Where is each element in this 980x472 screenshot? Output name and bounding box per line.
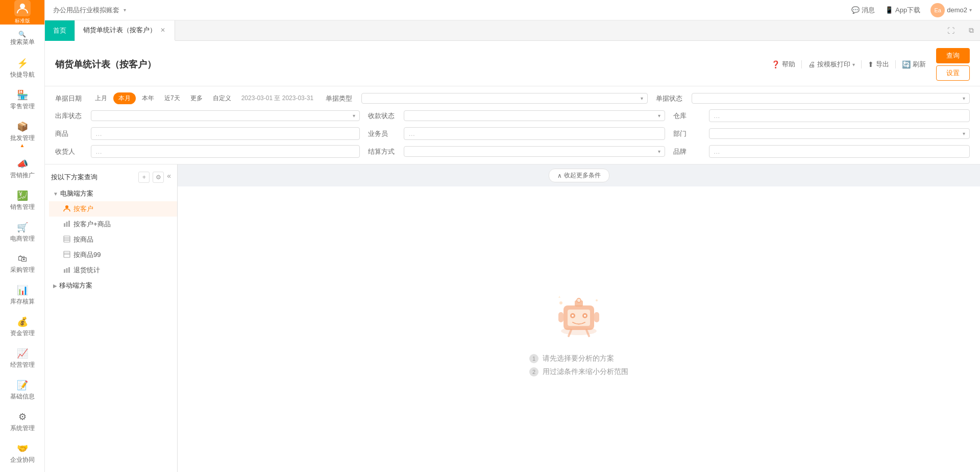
- refresh-button[interactable]: 🔄 刷新: [902, 60, 926, 69]
- tab-sales-stat-label: 销货单统计表（按客户）: [83, 26, 156, 35]
- salesperson-select[interactable]: …: [404, 127, 665, 140]
- tree-item-by-customer-label: 按客户: [74, 204, 93, 214]
- sidebar-ecommerce-label: 电商管理: [10, 234, 35, 243]
- collapse-icon: «: [167, 172, 171, 180]
- message-button[interactable]: 💬 消息: [851, 6, 875, 15]
- goods-select[interactable]: …: [91, 127, 360, 140]
- tree-item-by-goods[interactable]: 按商品: [49, 232, 177, 247]
- logo-icon: [14, 0, 31, 16]
- brand-placeholder: …: [714, 148, 720, 155]
- query-button[interactable]: 查询: [936, 48, 970, 63]
- svg-point-28: [596, 299, 598, 301]
- export-button[interactable]: ⬆ 导出: [868, 60, 889, 69]
- system-icon: ⚙: [18, 411, 27, 422]
- department-cell: 部门 ▾: [665, 128, 970, 139]
- sales-icon: 💹: [17, 190, 28, 201]
- sidebar-item-inventory[interactable]: 📊 库存核算: [0, 279, 45, 311]
- add-icon: +: [142, 174, 146, 181]
- add-scheme-button[interactable]: +: [138, 172, 150, 183]
- collapse-panel-button[interactable]: «: [167, 172, 171, 183]
- date-tab-this-month[interactable]: 本月: [113, 92, 136, 104]
- payment-status-cell: 收款状态 ▾: [360, 110, 665, 121]
- app-title-area[interactable]: 办公用品行业模拟账套 ▾: [53, 6, 126, 15]
- sidebar-item-ecommerce[interactable]: 🛒 电商管理: [0, 217, 45, 248]
- date-tab-more[interactable]: 更多: [186, 92, 207, 104]
- tab-home[interactable]: 首页: [45, 20, 75, 41]
- sidebar-item-system[interactable]: ⚙ 系统管理: [0, 406, 45, 438]
- settings-icon: ⚙: [156, 174, 161, 181]
- payment-status-select[interactable]: ▾: [404, 110, 665, 121]
- bill-type-select[interactable]: ▾: [361, 93, 648, 104]
- tab-sales-stat[interactable]: 销货单统计表（按客户） ✕: [75, 20, 175, 41]
- settlement-label: 结算方式: [368, 147, 404, 156]
- app-download-button[interactable]: 📱 App下载: [885, 6, 920, 15]
- sidebar-purchase-label: 采购管理: [10, 266, 35, 274]
- tip-num-1: 1: [529, 354, 538, 363]
- svg-rect-14: [66, 268, 68, 273]
- date-filter-cell: 单据日期 上月 本月 本年 近7天 更多 自定义 2023-03-01 至 20…: [55, 92, 326, 104]
- refresh-icon: 🔄: [902, 60, 911, 68]
- payment-status-label: 收款状态: [368, 111, 404, 121]
- tab-maximize-button[interactable]: ⛶: [941, 27, 961, 35]
- sidebar-item-finance[interactable]: 💰 资金管理: [0, 311, 45, 343]
- tree-group-mobile-header[interactable]: ▶ 移动端方案: [49, 278, 177, 293]
- sidebar-item-marketing[interactable]: 📣 营销推广: [0, 153, 45, 185]
- date-tab-custom[interactable]: 自定义: [209, 92, 235, 104]
- settings-button[interactable]: 设置: [936, 65, 970, 81]
- svg-point-1: [20, 4, 25, 9]
- svg-point-21: [572, 315, 574, 317]
- retail-icon: 🏪: [17, 89, 28, 101]
- refresh-label: 刷新: [913, 60, 926, 69]
- user-menu[interactable]: Ea demo2 ▾: [930, 3, 972, 17]
- date-tab-this-year[interactable]: 本年: [138, 92, 158, 104]
- receiver-select[interactable]: …: [91, 145, 360, 158]
- out-status-select[interactable]: ▾: [91, 110, 360, 121]
- sidebar-item-basic[interactable]: 📝 基础信息: [0, 374, 45, 406]
- logo-text: 标准版: [15, 17, 30, 25]
- bill-status-label: 单据状态: [656, 94, 692, 103]
- tab-close-icon[interactable]: ✕: [159, 26, 166, 35]
- table-icon-1: [63, 235, 70, 244]
- left-panel-icons: + ⚙ «: [138, 172, 171, 183]
- department-select[interactable]: ▾: [709, 128, 970, 139]
- tab-window-button[interactable]: ⧉: [963, 26, 980, 35]
- sidebar-item-newbie[interactable]: 🎯 新手引导: [0, 469, 45, 472]
- tree-item-by-customer-goods-label: 按客户+商品: [74, 220, 111, 229]
- warehouse-select[interactable]: …: [709, 109, 970, 122]
- header-actions: 💬 消息 📱 App下载 Ea demo2 ▾: [851, 3, 972, 17]
- sidebar-item-shortcuts[interactable]: ⚡ 快捷导航: [0, 53, 45, 84]
- finance-icon: 💰: [17, 316, 28, 327]
- avatar: Ea: [930, 3, 945, 17]
- sidebar: 标准版 🔍 搜索菜单 ⚡ 快捷导航 🏪 零售管理 📦 批发管理 ▲ 📣 营销推广…: [0, 0, 45, 472]
- sidebar-item-retail[interactable]: 🏪 零售管理: [0, 84, 45, 116]
- tree-arrow-down-icon: ▼: [53, 191, 58, 197]
- bill-status-select[interactable]: ▾: [692, 93, 970, 104]
- sidebar-item-purchase[interactable]: 🛍 采购管理: [0, 248, 45, 279]
- date-tab-last-month[interactable]: 上月: [91, 92, 111, 104]
- tree-group-desktop-header[interactable]: ▼ 电脑端方案: [49, 186, 177, 201]
- help-button[interactable]: ❓ 帮助: [771, 60, 795, 69]
- tree-item-by-goods-99[interactable]: 按商品99: [49, 247, 177, 263]
- sidebar-item-search[interactable]: 🔍 搜索菜单: [8, 25, 37, 53]
- brand-select[interactable]: …: [709, 145, 970, 158]
- tree-item-return-stat[interactable]: 退货统计: [49, 263, 177, 278]
- app-title-dropdown-icon[interactable]: ▾: [124, 7, 126, 13]
- print-button[interactable]: 🖨 按模板打印 ▾: [808, 60, 855, 69]
- svg-point-27: [559, 301, 562, 304]
- settlement-select[interactable]: ▾: [404, 146, 665, 157]
- sidebar-item-cooperation[interactable]: 🤝 企业协同: [0, 438, 45, 469]
- sidebar-item-sales[interactable]: 💹 销售管理: [0, 185, 45, 217]
- download-icon: 📱: [885, 6, 893, 14]
- tip-text-1: 请先选择要分析的方案: [543, 354, 614, 363]
- collapse-more-button[interactable]: ∧ 收起更多条件: [549, 169, 609, 182]
- settings-scheme-button[interactable]: ⚙: [153, 172, 164, 183]
- sidebar-basic-label: 基础信息: [10, 392, 35, 401]
- tree-item-by-customer[interactable]: 按客户: [49, 201, 177, 217]
- goods-label: 商品: [55, 129, 91, 138]
- tree-item-by-customer-goods[interactable]: 按客户+商品: [49, 217, 177, 232]
- logo[interactable]: 标准版: [0, 0, 45, 25]
- sidebar-item-operation[interactable]: 📈 经营管理: [0, 343, 45, 374]
- sidebar-item-wholesale[interactable]: 📦 批发管理 ▲: [0, 116, 45, 153]
- print-icon: 🖨: [808, 60, 815, 68]
- date-tab-7days[interactable]: 近7天: [160, 92, 184, 104]
